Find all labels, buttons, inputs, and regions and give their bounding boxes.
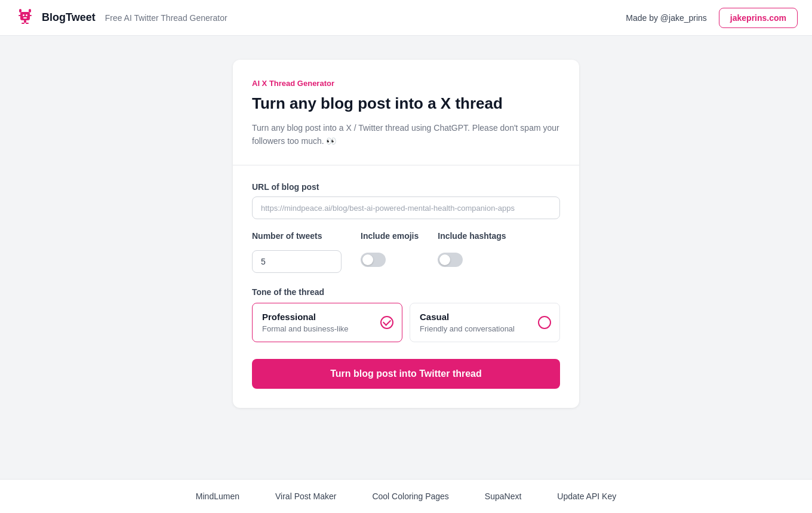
footer-link-update-api-key[interactable]: Update API Key xyxy=(557,492,616,501)
header-left: BlogTweet Free AI Twitter Thread Generat… xyxy=(14,7,227,29)
emojis-toggle[interactable] xyxy=(361,253,386,267)
tone-options: Professional Formal and business-like Ca… xyxy=(252,303,560,342)
svg-rect-3 xyxy=(23,17,27,19)
made-by-text: Made by @jake_prins xyxy=(626,13,707,23)
svg-rect-5 xyxy=(29,15,32,16)
hashtags-toggle-thumb xyxy=(439,254,450,265)
main-content: AI X Thread Generator Turn any blog post… xyxy=(0,36,812,479)
tone-section: Tone of the thread Professional Formal a… xyxy=(252,287,560,342)
emojis-toggle-thumb xyxy=(362,254,373,265)
svg-rect-2 xyxy=(26,14,27,16)
footer: MindLumen Viral Post Maker Cool Coloring… xyxy=(0,479,812,513)
tone-casual-check xyxy=(538,316,551,329)
svg-rect-0 xyxy=(20,12,30,20)
tone-label: Tone of the thread xyxy=(252,287,560,297)
svg-rect-8 xyxy=(26,23,29,24)
jakeprins-button[interactable]: jakeprins.com xyxy=(719,8,798,28)
footer-link-supanext[interactable]: SupaNext xyxy=(485,492,521,501)
hashtags-toggle-container xyxy=(438,253,506,267)
hashtags-toggle[interactable] xyxy=(438,253,463,267)
tweets-input[interactable] xyxy=(252,250,342,273)
header-right: Made by @jake_prins jakeprins.com xyxy=(626,8,798,28)
card-badge: AI X Thread Generator xyxy=(252,79,560,88)
svg-rect-4 xyxy=(19,15,21,16)
emojis-label: Include emojis xyxy=(361,231,419,241)
tone-professional-desc: Formal and business-like xyxy=(262,324,392,333)
logo-icon xyxy=(14,7,36,29)
card-description: Turn any blog post into a X / Twitter th… xyxy=(252,121,560,148)
footer-link-cool-coloring-pages[interactable]: Cool Coloring Pages xyxy=(372,492,448,501)
emojis-toggle-container xyxy=(361,253,419,267)
svg-rect-10 xyxy=(29,9,31,13)
header: BlogTweet Free AI Twitter Thread Generat… xyxy=(0,0,812,36)
url-label: URL of blog post xyxy=(252,182,560,192)
brand-tagline: Free AI Twitter Thread Generator xyxy=(105,13,227,23)
emojis-option: Include emojis xyxy=(361,231,419,267)
options-row: Number of tweets Include emojis Include … xyxy=(252,231,560,273)
tone-professional[interactable]: Professional Formal and business-like xyxy=(252,303,402,342)
hashtags-option: Include hashtags xyxy=(438,231,506,267)
hashtags-label: Include hashtags xyxy=(438,231,506,241)
tone-professional-check xyxy=(380,316,393,329)
card-title: Turn any blog post into a X thread xyxy=(252,94,560,114)
tone-casual-name: Casual xyxy=(420,312,550,322)
footer-link-mindlumen[interactable]: MindLumen xyxy=(196,492,239,501)
hashtags-toggle-track xyxy=(438,253,463,267)
svg-rect-7 xyxy=(21,23,24,24)
tone-casual-desc: Friendly and conversational xyxy=(420,324,550,333)
footer-link-viral-post-maker[interactable]: Viral Post Maker xyxy=(275,492,336,501)
divider xyxy=(233,165,579,165)
tweets-option: Number of tweets xyxy=(252,231,342,273)
url-input[interactable] xyxy=(252,196,560,219)
svg-rect-1 xyxy=(23,14,24,16)
tone-casual[interactable]: Casual Friendly and conversational xyxy=(410,303,560,342)
emojis-toggle-track xyxy=(361,253,386,267)
generate-button[interactable]: Turn blog post into Twitter thread xyxy=(252,359,560,389)
tone-professional-name: Professional xyxy=(262,312,392,322)
brand-name: BlogTweet xyxy=(42,11,96,24)
svg-rect-9 xyxy=(19,9,21,13)
tweets-label: Number of tweets xyxy=(252,231,342,241)
svg-rect-6 xyxy=(24,20,26,23)
main-card: AI X Thread Generator Turn any blog post… xyxy=(233,60,579,408)
